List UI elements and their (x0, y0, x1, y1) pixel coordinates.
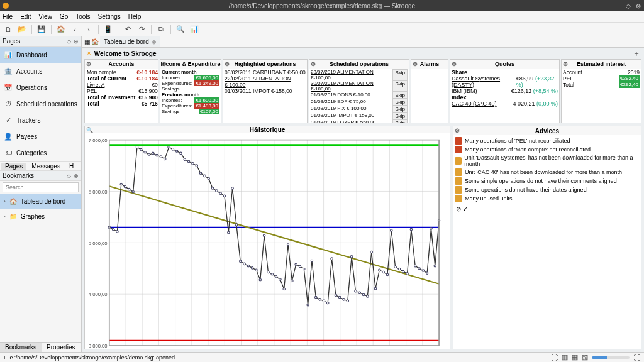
skip-button[interactable]: Skip (392, 92, 408, 99)
midtab-h[interactable]: H (65, 163, 77, 170)
menu-tools[interactable]: Tools (75, 13, 90, 20)
device-icon[interactable]: 📱 (103, 24, 114, 35)
redo-icon[interactable]: ↷ (136, 24, 147, 35)
stats-icon[interactable]: 📊 (189, 24, 200, 35)
home-icon[interactable]: 🏠 (55, 24, 67, 35)
svg-point-81 (291, 280, 293, 282)
gear-icon[interactable]: ⚙ (225, 61, 230, 67)
scheduled-op[interactable]: 01/08/2019 IMPOT €-158,00 (311, 112, 374, 119)
skip-button[interactable]: Skip (392, 112, 408, 119)
statusbar-icon[interactable]: ▦ (572, 353, 578, 361)
copy-icon[interactable]: ⧉ (155, 24, 167, 35)
sidebar-item-operations[interactable]: 📅Operations (0, 79, 81, 96)
quote-name[interactable]: CAC 40 (CAC 40) (452, 101, 497, 107)
advice-item[interactable]: Unit 'Dassault Systemes' has not been do… (455, 154, 640, 168)
zoom-slider[interactable] (592, 356, 630, 359)
new-icon[interactable]: 🗋 (3, 24, 14, 35)
advice-item[interactable]: Many operations of 'Mon compte' not reco… (455, 145, 640, 154)
bottomtab-bookmarks[interactable]: Bookmarks (0, 343, 42, 352)
advice-item[interactable]: Many operations of 'PEL' not reconciliat… (455, 136, 640, 145)
highlighted-op[interactable]: 22/02/2011 ALIMENTATION €-100,00 (225, 75, 306, 88)
svg-point-52 (175, 150, 177, 153)
advice-item[interactable]: Unit 'CAC 40' has not been downloaded fo… (455, 168, 640, 177)
undo-icon[interactable]: ↶ (122, 24, 133, 35)
add-widget-icon[interactable]: ＋ (633, 48, 640, 59)
gear-icon[interactable]: 🔍 (86, 127, 93, 133)
scheduled-op[interactable]: 30/07/2019 ALIMENTATION €-100,00 (311, 80, 392, 92)
bookmark-search-input[interactable] (3, 182, 79, 192)
highlighted-op[interactable]: 08/02/2011 CARBURANT €-50,00 (225, 69, 306, 75)
skip-button[interactable]: Skip (392, 69, 408, 80)
svg-point-111 (410, 228, 412, 231)
fullscreen-icon[interactable]: ⛶ (633, 354, 640, 361)
scheduled-op[interactable]: 01/08/2019 FIX €-100,00 (311, 106, 367, 112)
chevron-icon: › (4, 214, 6, 219)
statusbar-icon[interactable]: ▧ (582, 353, 588, 361)
accept-icon[interactable]: ✓ (463, 206, 468, 212)
scheduled-op[interactable]: 01/08/2019 EDF €-75,00 (311, 99, 366, 106)
midtab-pages[interactable]: Pages (1, 163, 26, 170)
sidebar-item-dashboard[interactable]: 📊Dashboard (0, 47, 81, 63)
gear-icon[interactable]: ⚙ (563, 61, 568, 67)
advice-item[interactable]: Some operations do not have their dates … (455, 185, 640, 194)
save-icon[interactable]: 💾 (36, 24, 47, 35)
account-name[interactable]: PEL (86, 88, 136, 94)
dismiss-icon[interactable]: ⊘ (456, 206, 461, 212)
scheduled-op[interactable]: 01/08/2019 LOYER €-550,00 (311, 119, 375, 123)
skip-button[interactable]: Skip (392, 106, 408, 112)
gear-icon[interactable]: ⚙ (311, 61, 316, 67)
scheduled-op[interactable]: 23/07/2019 ALIMENTATION €-100,00 (311, 69, 392, 80)
skip-button[interactable]: Skip (392, 80, 408, 92)
fwd-icon[interactable]: › (83, 24, 94, 35)
gear-icon[interactable]: ⚙ (86, 61, 91, 67)
tab-icon[interactable]: ▦ (84, 38, 90, 45)
close-icon[interactable]: ⊗ (635, 3, 641, 9)
sidebar-item-categories[interactable]: 🏷Categories (0, 145, 81, 161)
gear-icon[interactable]: ⚙ (413, 61, 418, 67)
menu-go[interactable]: Go (60, 13, 68, 20)
account-name[interactable]: Mon compte (86, 69, 136, 75)
document-tab[interactable]: Tableau de bord⊗ (100, 36, 160, 47)
midtab-messages[interactable]: Messages (28, 163, 64, 170)
bookmark-item[interactable]: ›🏠Tableau de bord (0, 194, 81, 209)
detach-icon[interactable]: ◇ (67, 38, 71, 45)
highlighted-op[interactable]: 01/03/2011 IMPOT €-158,00 (225, 88, 306, 94)
back-icon[interactable]: ‹ (69, 24, 80, 35)
advice-item[interactable]: Some simple operations do not have their… (455, 177, 640, 185)
sidebar-item-trackers[interactable]: ✓Trackers (0, 112, 81, 128)
minimize-icon[interactable]: − (615, 3, 621, 9)
close-panel-icon[interactable]: ⊗ (74, 173, 79, 179)
tab-icon[interactable]: 🏠 (91, 38, 99, 45)
svg-point-100 (367, 295, 369, 298)
quote-name[interactable]: Dassault Systemes (DASTY) (452, 75, 516, 88)
statusbar-icon[interactable]: ⛶ (551, 354, 558, 361)
advice-item[interactable]: Many unused units (455, 194, 640, 203)
sidebar-item-scheduled-operations[interactable]: ⏱Scheduled operations (0, 96, 81, 112)
quote-name[interactable]: IBM (IBM) (452, 88, 477, 94)
statusbar-icon[interactable]: ▥ (562, 353, 568, 361)
detach-icon[interactable]: ◇ (67, 173, 71, 179)
account-name[interactable]: Livret A (86, 82, 136, 88)
menu-edit[interactable]: Edit (20, 13, 31, 20)
gear-icon[interactable]: ⚙ (452, 61, 457, 67)
svg-point-104 (382, 271, 384, 273)
menu-settings[interactable]: Settings (98, 13, 121, 20)
close-panel-icon[interactable]: ⊗ (74, 38, 79, 45)
maximize-icon[interactable]: ◇ (625, 3, 631, 9)
skip-button[interactable]: Skip (392, 119, 408, 123)
search-icon[interactable]: 🔍 (175, 24, 186, 35)
bottomtab-properties[interactable]: Properties (42, 343, 80, 352)
menu-help[interactable]: Help (128, 13, 142, 20)
menu-view[interactable]: View (38, 13, 52, 20)
sidebar-item-payees[interactable]: 👤Payees (0, 128, 81, 145)
bookmark-item[interactable]: ›📁Graphes (0, 209, 81, 224)
sidebar-item-accounts[interactable]: 🏦Accounts (0, 63, 81, 79)
scheduled-op[interactable]: 01/08/2019 DONS €-10,00 (311, 92, 370, 99)
open-icon[interactable]: 📂 (16, 24, 28, 35)
advice-icon (455, 157, 462, 165)
gear-icon[interactable]: ⚙ (455, 128, 460, 134)
tab-close-icon[interactable]: ⊗ (152, 39, 157, 45)
skip-button[interactable]: Skip (392, 99, 408, 106)
gear-icon[interactable]: ⚙ (162, 61, 167, 67)
menu-file[interactable]: File (3, 13, 13, 20)
